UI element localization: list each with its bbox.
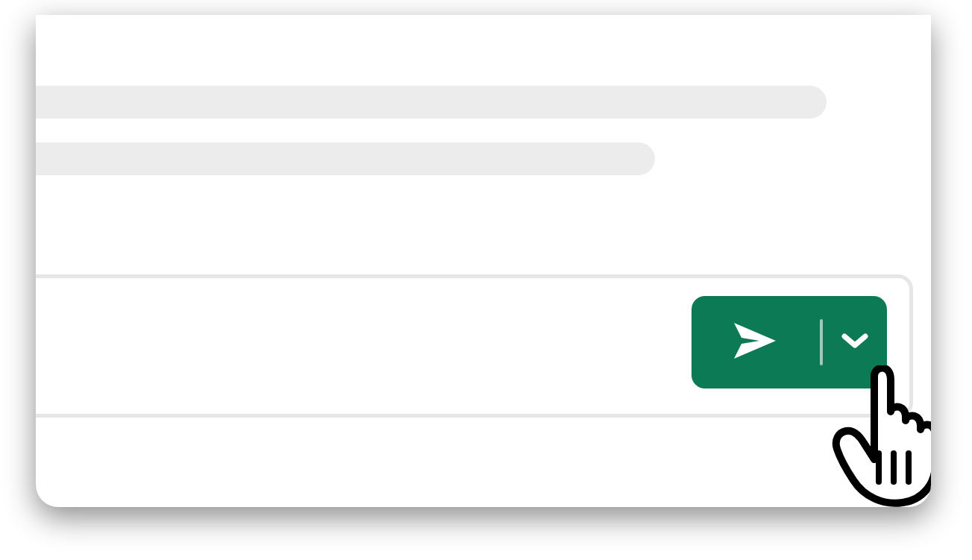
send-options-dropdown[interactable] <box>823 296 887 388</box>
send-button[interactable] <box>692 296 820 388</box>
compose-input-bar[interactable] <box>36 274 913 418</box>
skeleton-line <box>36 142 655 175</box>
chevron-down-icon <box>841 332 868 353</box>
skeleton-line <box>36 86 827 119</box>
message-skeleton <box>36 86 931 199</box>
send-split-button <box>692 296 887 388</box>
compose-card <box>36 15 931 507</box>
send-icon <box>730 318 782 366</box>
